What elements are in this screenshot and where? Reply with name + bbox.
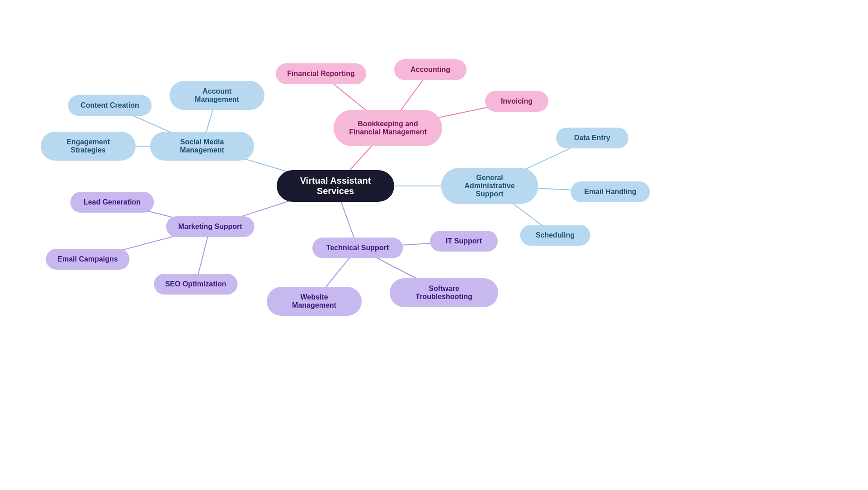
bookkeeping-node[interactable]: Bookkeeping and Financial Management xyxy=(334,110,442,146)
email-campaigns-node[interactable]: Email Campaigns xyxy=(46,249,130,270)
data-entry-node[interactable]: Data Entry xyxy=(556,128,628,148)
center-node[interactable]: Virtual Assistant Services xyxy=(277,170,394,202)
email-handling-node[interactable]: Email Handling xyxy=(571,181,650,202)
marketing-support-node[interactable]: Marketing Support xyxy=(166,216,255,237)
invoicing-node[interactable]: Invoicing xyxy=(485,91,548,112)
general-admin-node[interactable]: General Administrative Support xyxy=(441,168,538,204)
engagement-node[interactable]: Engagement Strategies xyxy=(41,132,136,161)
software-troubleshooting-node[interactable]: Software Troubleshooting xyxy=(390,278,498,307)
website-mgmt-node[interactable]: Website Management xyxy=(267,287,362,316)
seo-node[interactable]: SEO Optimization xyxy=(154,274,238,295)
financial-reporting-node[interactable]: Financial Reporting xyxy=(276,63,366,84)
lead-generation-node[interactable]: Lead Generation xyxy=(71,192,154,213)
content-creation-node[interactable]: Content Creation xyxy=(68,95,152,116)
technical-support-node[interactable]: Technical Support xyxy=(312,238,403,258)
accounting-node[interactable]: Accounting xyxy=(394,59,467,80)
it-support-node[interactable]: IT Support xyxy=(430,231,498,252)
scheduling-node[interactable]: Scheduling xyxy=(520,225,590,246)
account-mgmt-node[interactable]: Account Management xyxy=(170,81,264,110)
social-media-node[interactable]: Social Media Management xyxy=(150,132,254,161)
